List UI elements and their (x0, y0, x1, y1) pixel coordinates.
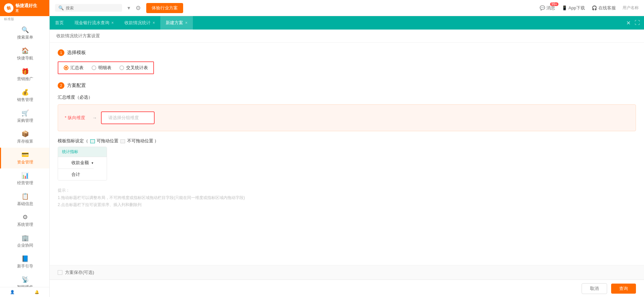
logo-text: 畅捷通好生 (15, 3, 37, 8)
app-download-label: App下载 (569, 5, 585, 11)
basic-info-icon: 📋 (21, 193, 29, 200)
scheme-config: 汇总维度（必选） * 纵向维度 → 请选择分组维度 (58, 94, 636, 209)
sidebar-item-newbie[interactable]: 📘 新手引导 (0, 252, 49, 273)
sidebar-item-purchase[interactable]: 🛒 采购管理 (0, 106, 49, 127)
newbie-icon: 📘 (21, 255, 29, 262)
radio-cross-input[interactable] (119, 65, 124, 70)
save-option: 方案保存(可选) (50, 265, 644, 280)
dimension-arrow: → (92, 115, 97, 120)
user-item[interactable]: 用户名称 (623, 5, 639, 11)
sidebar-item-marketing[interactable]: 🎁 营销推广 (0, 64, 49, 85)
dimension-section-label: 汇总维度（必选） (58, 94, 636, 100)
notifications-item[interactable]: 💬 消息 99+ (540, 5, 555, 11)
tab-collection-stats-close[interactable]: × (153, 20, 155, 25)
download-icon: 📱 (562, 5, 567, 10)
user-name: 用户名称 (623, 5, 639, 11)
tab-new-plan-label: 新建方案 (166, 20, 183, 26)
dimension-label-text: 汇总维度（必选） (58, 95, 93, 100)
metrics-col-header-cell[interactable]: 收款金额 ▾ (58, 157, 107, 168)
tab-maximize-icon[interactable]: ⛶ (635, 20, 640, 26)
header-right: 💬 消息 99+ 📱 App下载 🎧 在线客服 用户名称 (540, 5, 639, 11)
metrics-close-paren: ） (154, 138, 159, 143)
sidebar-item-sales[interactable]: 💰 销售管理 (0, 85, 49, 106)
sidebar-item-inventory[interactable]: 📦 库存核算 (0, 127, 49, 148)
save-label: 方案保存(可选) (65, 269, 94, 276)
settings-icon[interactable]: ⚙ (136, 4, 141, 12)
sidebar-nav: 🔍 搜索菜单 🏠 快捷导航 🎁 营销推广 💰 销售管理 🛒 采购管理 📦 库存核… (0, 23, 49, 287)
sidebar-edition: 标准版 (0, 16, 49, 23)
notifications-badge: 99+ (550, 2, 558, 6)
tab-collection-stats[interactable]: 收款情况统计 × (119, 16, 160, 30)
finance-icon: 💳 (21, 151, 29, 158)
logo-icon: 畅 (4, 3, 13, 13)
col-header-text: 收款金额 (71, 160, 89, 166)
tab-close-window-icon[interactable]: ✕ (626, 20, 631, 26)
app-download-item[interactable]: 📱 App下载 (562, 5, 585, 11)
dimension-placeholder: 请选择分组维度 (108, 115, 139, 120)
locked-hint: 不可拖动位置 (127, 138, 153, 143)
tab-new-plan-close[interactable]: × (185, 20, 187, 25)
sidebar-item-label: 企业协同 (17, 243, 33, 248)
bottom-bar: 取消 查询 (50, 280, 644, 297)
tip-item-2: 2.点击标题栏下拉可设置排序、插入列和删除列 (58, 201, 636, 209)
sidebar-item-system[interactable]: ⚙ 系统管理 (0, 210, 49, 231)
sidebar-item-finance[interactable]: 💳 资金管理 (0, 148, 49, 168)
radio-detail[interactable]: 明细表 (92, 65, 111, 71)
step2-number: 2 (58, 82, 64, 89)
sidebar: 畅 畅捷通好生 意 标准版 🔍 搜索菜单 🏠 快捷导航 🎁 营销推广 💰 销售管… (0, 0, 50, 297)
radio-cross-label: 交叉统计表 (126, 65, 148, 71)
sidebar-item-label: 系统管理 (17, 222, 33, 228)
top-header: 🔍 ▾ ⚙ 体验行业方案 💬 消息 99+ 📱 App下载 🎧 在线客服 用户名… (50, 0, 644, 16)
sidebar-item-quick-nav[interactable]: 🏠 快捷导航 (0, 44, 49, 64)
sidebar-item-label: 智能硬件 (17, 284, 33, 287)
tab-bank-flow-label: 现金银行流水查询 (74, 20, 109, 26)
trial-button[interactable]: 体验行业方案 (146, 3, 183, 13)
metrics-col-header-row[interactable]: 收款金额 ▾ (58, 157, 107, 168)
tip-item-1: 1.拖动标题栏可以调整布局，不可跨维度或指标区域拖动栏目字段(只能在同一维度或指… (58, 194, 636, 202)
save-checkbox[interactable] (58, 270, 62, 275)
tabs-bar: 首页 现金银行流水查询 × 收款情况统计 × 新建方案 × ✕ ⛶ (50, 16, 644, 30)
sidebar-item-label: 采购管理 (17, 118, 33, 123)
step1-number: 1 (58, 49, 64, 56)
smart-hw-icon: 📡 (21, 276, 29, 283)
sidebar-item-label: 库存核算 (17, 139, 33, 144)
logo-sub: 意 (15, 8, 37, 13)
page-title-bar: 收款情况统计方案设置 (50, 30, 644, 43)
sidebar-item-basic-info[interactable]: 📋 基础信息 (0, 189, 49, 210)
cancel-button[interactable]: 取消 (582, 283, 607, 294)
sidebar-item-label: 经营管理 (17, 180, 33, 186)
sidebar-item-label: 资金管理 (17, 159, 33, 165)
dimension-select[interactable]: 请选择分组维度 (101, 111, 155, 124)
radio-summary-label: 汇总表 (70, 65, 84, 71)
radio-summary-input[interactable] (64, 65, 68, 70)
col-header-chevron[interactable]: ▾ (92, 161, 93, 165)
metrics-total-row: 合计 (58, 168, 107, 180)
query-button[interactable]: 查询 (611, 284, 636, 294)
radio-cross[interactable]: 交叉统计表 (119, 65, 148, 71)
tab-home-label: 首页 (55, 20, 64, 26)
step2-title: 方案配置 (67, 83, 86, 89)
header-search-box[interactable]: 🔍 (55, 4, 122, 12)
radio-summary[interactable]: 汇总表 (64, 65, 84, 71)
tab-home[interactable]: 首页 (50, 16, 69, 30)
radio-detail-input[interactable] (92, 65, 96, 70)
sidebar-item-label: 销售管理 (17, 97, 33, 103)
tab-new-plan[interactable]: 新建方案 × (160, 16, 193, 30)
sidebar-item-enterprise[interactable]: 🏢 企业协同 (0, 231, 49, 252)
header-dropdown-chevron[interactable]: ▾ (127, 5, 130, 11)
sidebar-item-smart-hw[interactable]: 📡 智能硬件 (0, 273, 49, 287)
sidebar-footer-user[interactable]: 👤 (10, 290, 15, 294)
search-input[interactable] (66, 6, 116, 10)
sidebar-footer-notify[interactable]: 🔔 (35, 290, 39, 294)
sidebar-item-label: 搜索菜单 (17, 35, 33, 40)
purchase-icon: 🛒 (21, 109, 29, 117)
sidebar-item-label: 基础信息 (17, 201, 33, 207)
sidebar-item-search-menu[interactable]: 🔍 搜索菜单 (0, 23, 49, 44)
page-content: 收款情况统计方案设置 1 选择模板 汇总表 (50, 30, 644, 280)
tab-bank-flow[interactable]: 现金银行流水查询 × (69, 16, 119, 30)
sidebar-item-label: 快捷导航 (17, 55, 33, 61)
sidebar-item-operation[interactable]: 📊 经营管理 (0, 168, 49, 189)
tab-bank-flow-close[interactable]: × (111, 20, 114, 25)
online-service-item[interactable]: 🎧 在线客服 (592, 5, 616, 11)
vertical-dimension-label: * 纵向维度 (65, 115, 88, 121)
